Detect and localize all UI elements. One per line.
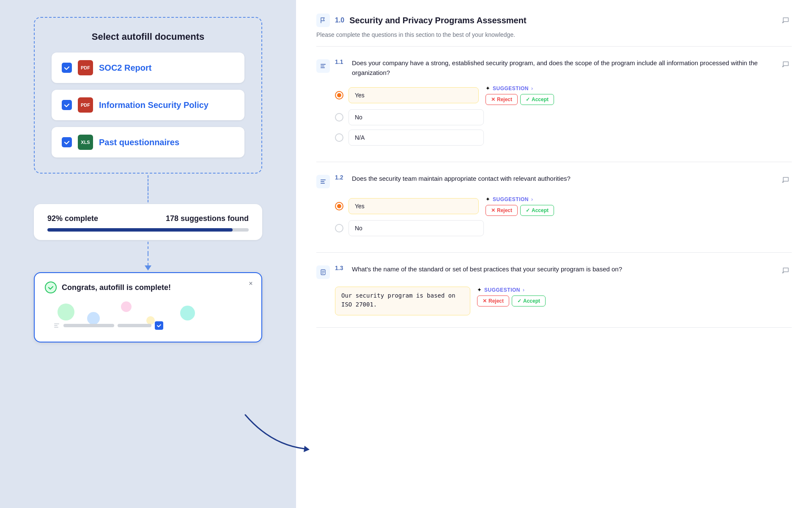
svg-rect-6 xyxy=(321,67,325,68)
blob-pink xyxy=(121,301,132,312)
suggestion-panel-1-3: ✦ SUGGESTION › ✕ Reject ✓ Accept xyxy=(477,287,546,306)
radio-yes-1-2[interactable] xyxy=(335,202,343,210)
reject-button-1-2[interactable]: ✕ Reject xyxy=(486,205,518,216)
question-left-1-1: 1.1 Does your company have a strong, est… xyxy=(316,58,780,77)
radio-na-1-1[interactable] xyxy=(335,133,343,142)
radio-no-1-2[interactable] xyxy=(335,224,343,232)
checkbox-soc2[interactable] xyxy=(62,63,72,73)
flag-icon xyxy=(316,14,330,27)
question-num-1-3: 1.3 xyxy=(335,265,347,271)
autofill-documents-box: Select autofill documents PDF SOC2 Repor… xyxy=(34,17,262,174)
question-comment-button-1-3[interactable] xyxy=(780,265,792,276)
curved-arrow-container xyxy=(237,411,313,461)
section-desc: Please complete the questions in this se… xyxy=(316,30,792,39)
svg-rect-2 xyxy=(54,327,58,328)
radio-yes-1-1[interactable] xyxy=(335,91,343,99)
progress-complete: 92% complete xyxy=(47,214,98,223)
blob-green xyxy=(58,304,74,320)
answer-na-1-1[interactable] xyxy=(348,130,484,146)
arrow-head xyxy=(145,265,151,271)
dash-line-2 xyxy=(148,189,148,202)
section-header: 1.0 Security and Privacy Programs Assess… xyxy=(316,0,792,47)
answer-no-1-2[interactable] xyxy=(348,220,484,236)
congrats-box: × Congrats, autofill is complete! xyxy=(34,272,262,342)
list-icon-1-2 xyxy=(316,175,330,188)
accept-button-1-1[interactable]: ✓ Accept xyxy=(520,94,554,105)
doc-label-soc2: SOC2 Report xyxy=(99,63,151,73)
reject-button-1-1[interactable]: ✕ Reject xyxy=(486,94,518,105)
svg-rect-4 xyxy=(321,64,326,65)
section-title-row: 1.0 Security and Privacy Programs Assess… xyxy=(316,14,792,27)
question-comment-button-1-1[interactable] xyxy=(780,58,792,70)
suggestion-header-1-3[interactable]: ✦ SUGGESTION › xyxy=(477,287,524,293)
answer-option-na-1-1 xyxy=(335,130,792,146)
answer-no-1-1[interactable] xyxy=(348,109,484,125)
answer-textarea-1-3[interactable]: Our security program is based on ISO 270… xyxy=(335,287,470,315)
suggestion-actions-1-2: ✕ Reject ✓ Accept xyxy=(486,205,554,216)
reject-x-icon-1-2: ✕ xyxy=(491,207,495,213)
radio-no-1-1[interactable] xyxy=(335,113,343,121)
suggestion-label-1-2: SUGGESTION xyxy=(493,196,529,202)
suggestion-chevron-1-1: › xyxy=(531,86,533,91)
suggestion-label-1-1: SUGGESTION xyxy=(493,86,529,91)
mini-list-icon xyxy=(53,322,60,329)
checkbox-isp[interactable] xyxy=(62,100,72,110)
answer-options-1-2: ✦ SUGGESTION › ✕ Reject ✓ Accept xyxy=(316,196,792,236)
question-left-1-3: 1.3 What's the name of the standard or s… xyxy=(316,265,780,279)
xlsx-icon-pq: XLS xyxy=(78,135,93,150)
section-comment-button[interactable] xyxy=(780,14,792,26)
progress-stats: 92% complete 178 suggestions found xyxy=(47,214,249,223)
check-circle-icon xyxy=(45,282,57,293)
arrow-dash-2 xyxy=(148,254,148,265)
close-icon: × xyxy=(249,280,252,287)
sparkle-icon-1-3: ✦ xyxy=(477,287,482,293)
doc-item-soc2[interactable]: PDF SOC2 Report xyxy=(52,52,244,83)
arrow-down xyxy=(145,242,151,271)
progress-suggestions: 178 suggestions found xyxy=(166,214,249,223)
sparkle-icon-1-2: ✦ xyxy=(486,196,490,202)
congrats-close-button[interactable]: × xyxy=(246,279,255,288)
doc-item-isp[interactable]: PDF Information Security Policy xyxy=(52,90,244,120)
suggestion-actions-1-1: ✕ Reject ✓ Accept xyxy=(486,94,554,105)
suggestion-chevron-1-3: › xyxy=(523,287,524,293)
question-num-1-2: 1.2 xyxy=(335,174,347,181)
mini-check-icon xyxy=(155,321,163,330)
suggestion-header-1-2[interactable]: ✦ SUGGESTION › xyxy=(486,196,533,202)
congrats-title: Congrats, autofill is complete! xyxy=(62,283,171,292)
congrats-decoration xyxy=(45,299,251,333)
autofill-title: Select autofill documents xyxy=(92,31,205,42)
doc-item-pq[interactable]: XLS Past questionnaires xyxy=(52,127,244,157)
answer-option-no-1-2 xyxy=(335,220,792,236)
answer-yes-1-2[interactable] xyxy=(348,198,479,214)
arrow-dash-1 xyxy=(148,242,148,254)
doc-label-pq: Past questionnaires xyxy=(99,138,179,147)
accept-button-1-3[interactable]: ✓ Accept xyxy=(512,295,546,306)
pdf-icon-isp: PDF xyxy=(78,97,93,113)
question-comment-button-1-2[interactable] xyxy=(780,174,792,186)
question-text-1-3: What's the name of the standard or set o… xyxy=(352,265,780,274)
svg-rect-0 xyxy=(54,323,59,324)
answer-yes-1-1[interactable] xyxy=(348,87,479,103)
checkbox-pq[interactable] xyxy=(62,137,72,147)
mini-bar-2 xyxy=(118,324,151,327)
accept-check-icon-1-2: ✓ xyxy=(526,207,530,213)
reject-button-1-3[interactable]: ✕ Reject xyxy=(477,295,509,306)
left-panel: Select autofill documents PDF SOC2 Repor… xyxy=(0,0,296,508)
suggestion-panel-1-1: ✦ SUGGESTION › ✕ Reject ✓ Accept xyxy=(486,85,554,105)
section-title: Security and Privacy Programs Assessment xyxy=(349,16,526,25)
question-header-1-3: 1.3 What's the name of the standard or s… xyxy=(316,265,792,279)
answer-option-no-1-1 xyxy=(335,109,792,125)
progress-box: 92% complete 178 suggestions found xyxy=(34,204,262,240)
suggestion-label-1-3: SUGGESTION xyxy=(484,287,520,293)
suggestion-header-1-1[interactable]: ✦ SUGGESTION › xyxy=(486,85,533,91)
svg-marker-3 xyxy=(304,446,310,452)
curved-arrow xyxy=(237,411,313,461)
sparkle-icon-1-1: ✦ xyxy=(486,85,490,91)
question-block-1-2: 1.2 Does the security team maintain appr… xyxy=(316,162,792,253)
reject-x-icon-1-1: ✕ xyxy=(491,97,495,102)
accept-button-1-2[interactable]: ✓ Accept xyxy=(520,205,554,216)
doc-label-isp: Information Security Policy xyxy=(99,100,208,110)
answer-with-suggestion-1-3: Our security program is based on ISO 270… xyxy=(316,287,792,315)
svg-rect-8 xyxy=(321,181,324,182)
dash-line-1 xyxy=(148,175,148,189)
